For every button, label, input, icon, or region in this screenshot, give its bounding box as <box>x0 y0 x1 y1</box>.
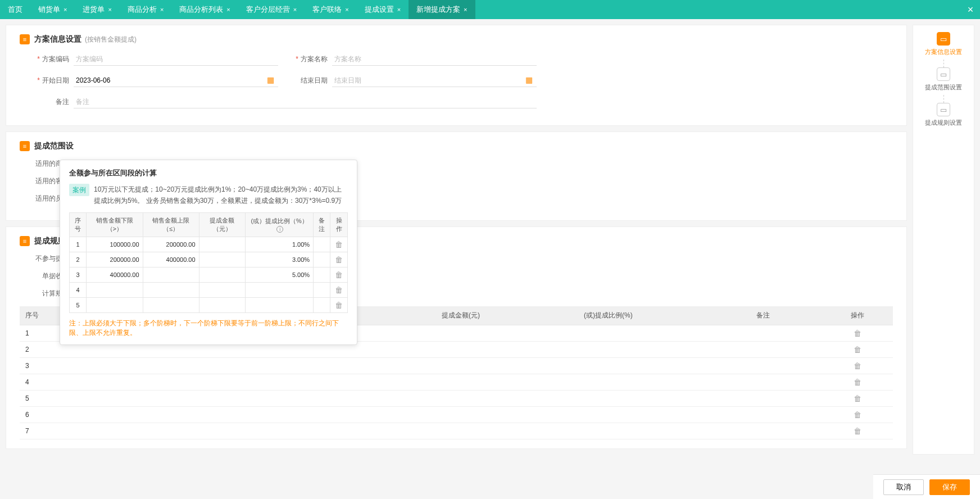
cell[interactable] <box>578 342 751 358</box>
delete-icon[interactable]: 🗑 <box>335 285 343 294</box>
close-icon[interactable]: × <box>345 6 348 13</box>
close-icon[interactable]: × <box>63 6 67 13</box>
delete-icon[interactable]: 🗑 <box>335 301 343 310</box>
col-header: 操作 <box>822 306 893 325</box>
cell[interactable] <box>436 374 578 391</box>
close-icon[interactable]: × <box>108 6 111 13</box>
delete-icon[interactable]: 🗑 <box>854 329 861 338</box>
cell[interactable] <box>751 391 822 407</box>
input-remark[interactable] <box>74 95 537 108</box>
cell[interactable] <box>578 423 751 439</box>
delete-icon[interactable]: 🗑 <box>335 270 343 279</box>
cell[interactable] <box>264 407 436 423</box>
tab-0[interactable]: 首页 <box>0 0 30 19</box>
calendar-icon[interactable]: ▦ <box>525 75 534 84</box>
tab-5[interactable]: 客户分层经营× <box>238 0 305 19</box>
delete-icon[interactable]: 🗑 <box>854 361 861 370</box>
cell[interactable] <box>264 374 436 391</box>
delete-icon[interactable]: 🗑 <box>854 394 861 403</box>
tab-3[interactable]: 商品分析× <box>120 0 171 19</box>
tab-6[interactable]: 客户联络× <box>305 0 356 19</box>
col-header: 备注 <box>751 306 822 325</box>
cell[interactable] <box>91 407 264 423</box>
cell <box>199 267 246 282</box>
example-tag: 案例 <box>69 184 89 196</box>
cell[interactable] <box>91 358 264 374</box>
input-start-date[interactable] <box>74 74 278 87</box>
cell[interactable] <box>91 423 264 439</box>
table-row[interactable]: 6🗑 <box>20 407 893 423</box>
cell[interactable] <box>751 325 822 342</box>
close-icon[interactable]: × <box>160 6 164 13</box>
side-step-2[interactable]: ▭提成规则设置 <box>925 103 962 127</box>
tip-col-header: 序号 <box>70 212 87 237</box>
side-step-1[interactable]: ▭提成范围设置 <box>925 67 962 92</box>
cell[interactable] <box>578 358 751 374</box>
close-icon[interactable]: × <box>293 6 297 13</box>
tip-col-header: 提成金额（元） <box>199 212 246 237</box>
delete-icon[interactable]: 🗑 <box>335 240 343 249</box>
cell[interactable] <box>436 358 578 374</box>
calendar-icon[interactable]: ▦ <box>267 75 276 84</box>
tab-4[interactable]: 商品分析列表× <box>171 0 238 19</box>
cell[interactable] <box>578 325 751 342</box>
step-label: 方案信息设置 <box>925 48 962 56</box>
cell[interactable] <box>436 407 578 423</box>
cell[interactable] <box>436 423 578 439</box>
tab-1[interactable]: 销货单× <box>30 0 75 19</box>
cell-seq: 5 <box>20 391 91 407</box>
cell[interactable] <box>264 358 436 374</box>
cell: 🗑 <box>330 252 348 267</box>
cell[interactable] <box>578 407 751 423</box>
tab-label: 首页 <box>8 4 22 15</box>
tab-8[interactable]: 新增提成方案× <box>409 0 475 19</box>
cell[interactable] <box>436 391 578 407</box>
cell[interactable] <box>751 342 822 358</box>
info-icon: i <box>276 226 283 233</box>
label-name: 方案名称 <box>301 55 328 63</box>
side-step-0[interactable]: ▭方案信息设置 <box>925 32 962 56</box>
step-icon: ▭ <box>937 67 950 81</box>
step-connector <box>943 60 944 67</box>
input-end-date[interactable] <box>332 74 537 87</box>
close-icon[interactable]: × <box>226 6 230 13</box>
cell[interactable] <box>578 391 751 407</box>
delete-icon[interactable]: 🗑 <box>854 378 861 387</box>
delete-icon[interactable]: 🗑 <box>854 410 861 419</box>
tab-2[interactable]: 进货单× <box>75 0 119 19</box>
step-connector <box>943 95 944 103</box>
tab-label: 客户分层经营 <box>246 4 290 15</box>
close-all-tabs[interactable]: × <box>961 0 980 19</box>
delete-icon[interactable]: 🗑 <box>854 427 861 436</box>
tooltip-note: 注：上限必须大于下限；多个阶梯时，下一个阶梯下限要等于前一阶梯上限；不同行之间下… <box>69 319 348 338</box>
table-row[interactable]: 4🗑 <box>20 374 893 391</box>
cell[interactable] <box>264 391 436 407</box>
tab-label: 提成设置 <box>365 4 394 15</box>
table-row[interactable]: 7🗑 <box>20 423 893 439</box>
table-row[interactable]: 5🗑 <box>20 391 893 407</box>
close-icon[interactable]: × <box>464 6 467 13</box>
cell[interactable] <box>436 342 578 358</box>
cell[interactable] <box>436 325 578 342</box>
delete-icon[interactable]: 🗑 <box>854 345 861 354</box>
cell[interactable] <box>264 423 436 439</box>
close-icon[interactable]: × <box>397 6 401 13</box>
cell[interactable] <box>91 374 264 391</box>
panel-plan-info: ≡ 方案信息设置 (按销售金额提成) *方案编码 *方案名称 *开始日期 <box>6 25 907 126</box>
step-label: 提成范围设置 <box>925 83 962 92</box>
tab-label: 客户联络 <box>312 4 342 15</box>
cell[interactable] <box>91 391 264 407</box>
table-row[interactable]: 3🗑 <box>20 358 893 374</box>
cell[interactable] <box>751 407 822 423</box>
cell[interactable] <box>578 374 751 391</box>
panel-subtitle: (按销售金额提成) <box>85 35 137 44</box>
cell[interactable] <box>751 374 822 391</box>
cell[interactable] <box>751 358 822 374</box>
tab-7[interactable]: 提成设置× <box>357 0 409 19</box>
delete-icon[interactable]: 🗑 <box>335 255 343 264</box>
cell[interactable] <box>751 423 822 439</box>
cell <box>199 297 246 312</box>
input-plan-name[interactable] <box>332 52 537 66</box>
cell: 2 <box>70 252 87 267</box>
input-plan-code[interactable] <box>74 52 278 66</box>
